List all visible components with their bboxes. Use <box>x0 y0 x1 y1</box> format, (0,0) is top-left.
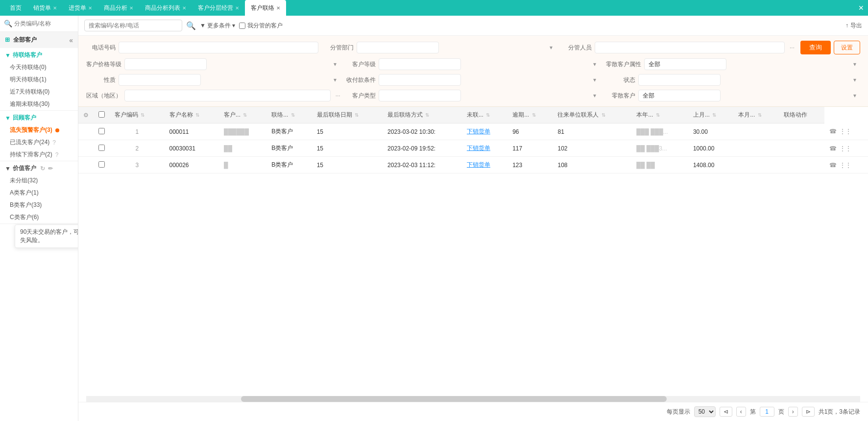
tab-purchase[interactable]: 进货单 ✕ <box>63 0 98 16</box>
page-number-input[interactable] <box>760 407 774 417</box>
sort-icon[interactable]: ⇅ <box>532 112 536 118</box>
page-size-select[interactable]: 50 <box>694 406 716 417</box>
scrollbar-thumb[interactable] <box>241 396 667 402</box>
sidebar-item-7days[interactable]: 近7天待联络(0) <box>0 86 78 98</box>
sidebar-item-churned[interactable]: 已流失客户(24) ? <box>0 136 78 149</box>
row-checkbox[interactable] <box>98 145 105 151</box>
my-customers-checkbox-label[interactable]: 我分管的客户 <box>239 22 283 30</box>
row-this-year: 1000.00 <box>688 140 733 157</box>
last-page-button[interactable]: ⊳ <box>802 407 815 417</box>
horizontal-scrollbar[interactable] <box>86 396 860 402</box>
next-page-button[interactable]: › <box>788 407 798 417</box>
sort-icon[interactable]: ⇅ <box>656 112 660 118</box>
sidebar-item-overdue[interactable]: 逾期未联络(30) <box>0 98 78 110</box>
sidebar-item-c-class[interactable]: C类客户(6) <box>0 211 78 223</box>
query-button[interactable]: 查询 <box>800 41 831 54</box>
sidebar-search-input[interactable] <box>14 20 78 27</box>
zero-attr-select[interactable] <box>644 58 726 70</box>
window-close-button[interactable]: ✕ <box>858 4 864 12</box>
my-customers-checkbox[interactable] <box>239 23 245 29</box>
gender-select[interactable] <box>119 74 201 86</box>
sort-icon[interactable]: ⇅ <box>141 112 145 118</box>
phone-input[interactable] <box>119 42 318 53</box>
payment-select[interactable] <box>379 74 461 86</box>
sidebar-item-a-class[interactable]: A类客户(1) <box>0 187 78 199</box>
col-settings[interactable]: ⚙ <box>78 107 94 124</box>
settings-button[interactable]: 设置 <box>834 41 860 54</box>
adv-filter-row-2: 客户价格等级 ▾ 客户等级 ▾ 零散客户属性 <box>86 58 860 70</box>
export-button[interactable]: ↑ 导出 <box>845 22 862 30</box>
row-checkbox[interactable] <box>98 161 105 168</box>
sort-icon[interactable]: ⇅ <box>712 112 716 118</box>
row-last-contact-date: 2023-02-09 19:52: <box>383 140 462 157</box>
row-checkbox[interactable] <box>98 128 105 134</box>
close-icon[interactable]: ✕ <box>53 5 57 11</box>
sort-icon[interactable]: ⇅ <box>195 112 199 118</box>
more-action-icon[interactable]: ⋮⋮ <box>840 162 851 169</box>
sidebar-item-today[interactable]: 今天待联络(0) <box>0 61 78 74</box>
filter-bar-right: ↑ 导出 <box>845 22 862 30</box>
more-icon[interactable]: ··· <box>790 44 795 51</box>
prev-page-button[interactable]: ‹ <box>736 407 746 417</box>
tab-sales[interactable]: 销货单 ✕ <box>27 0 63 16</box>
customer-level-select[interactable] <box>379 58 461 70</box>
edit-icon[interactable]: ✏ <box>48 165 53 172</box>
row-actions[interactable]: ☎ ⋮⋮ <box>824 157 868 173</box>
sort-icon[interactable]: ⇅ <box>758 112 762 118</box>
sort-icon[interactable]: ⇅ <box>602 112 605 118</box>
row-actions[interactable]: ☎ ⋮⋮ <box>824 140 868 157</box>
dept-select[interactable] <box>357 42 439 53</box>
select-all-checkbox[interactable] <box>98 111 105 118</box>
close-icon[interactable]: ✕ <box>276 5 280 11</box>
contact-icon[interactable]: ☎ <box>829 162 837 169</box>
person-input[interactable] <box>595 42 785 53</box>
contact-icon[interactable]: ☎ <box>829 128 837 135</box>
refresh-icon[interactable]: ↻ <box>40 165 45 172</box>
sidebar-item-b-class[interactable]: B类客户(33) <box>0 199 78 211</box>
status-select-wrapper: ▾ <box>638 74 860 86</box>
row-last-contact-method[interactable]: 下销货单 <box>462 140 507 157</box>
close-icon[interactable]: ✕ <box>182 5 186 11</box>
sidebar-collapse-button[interactable]: « <box>69 36 73 44</box>
tab-product-analysis[interactable]: 商品分析 ✕ <box>98 0 139 16</box>
row-last-month <box>733 124 778 140</box>
tab-home[interactable]: 首页 <box>4 0 27 16</box>
sort-icon[interactable]: ⇅ <box>243 112 247 118</box>
sidebar-item-churn-warning[interactable]: 流失预警客户(3) <box>0 124 78 136</box>
zero-customer-select[interactable] <box>638 90 721 101</box>
area-input[interactable] <box>124 90 331 101</box>
sidebar-item-declining[interactable]: 持续下滑客户(2) ? <box>0 149 78 161</box>
sort-icon[interactable]: ⇅ <box>486 112 490 118</box>
sidebar-item-tomorrow[interactable]: 明天待联络(1) <box>0 74 78 86</box>
sort-icon[interactable]: ⇅ <box>355 112 359 118</box>
chevron-down-icon: ▾ <box>853 76 856 83</box>
area-more-icon[interactable]: ··· <box>336 92 340 99</box>
sort-icon[interactable]: ⇅ <box>291 112 295 118</box>
close-icon[interactable]: ✕ <box>235 5 239 11</box>
status-select[interactable] <box>638 74 721 86</box>
close-icon[interactable]: ✕ <box>88 5 92 11</box>
search-button[interactable]: 🔍 <box>186 21 196 30</box>
row-last-contact-method[interactable]: 下销货单 <box>462 157 507 173</box>
first-page-button[interactable]: ⊲ <box>720 407 732 417</box>
close-icon[interactable]: ✕ <box>129 5 133 11</box>
tab-customer-contact[interactable]: 客户联络 ✕ <box>245 0 286 16</box>
sidebar: 🔍 ⊞ 全部客户 « ▼ 待联络客户 今天待联络(0) 明天待联络(1) 近7天… <box>0 16 78 421</box>
more-conditions-button[interactable]: ▼ 更多条件 ▾ <box>200 22 235 30</box>
sidebar-group-label-pending[interactable]: ▼ 待联络客户 <box>0 48 78 61</box>
customer-type-select[interactable] <box>379 90 461 101</box>
contact-icon[interactable]: ☎ <box>829 145 837 152</box>
search-input[interactable] <box>84 20 182 31</box>
tab-product-analysis-list[interactable]: 商品分析列表 ✕ <box>139 0 192 16</box>
more-action-icon[interactable]: ⋮⋮ <box>840 128 851 135</box>
sidebar-group-label-value[interactable]: ▼ 价值客户 ↻ ✏ <box>0 161 78 174</box>
row-last-contact-method[interactable]: 下销货单 <box>462 124 507 140</box>
price-level-select[interactable] <box>124 58 207 70</box>
sidebar-group-label-review[interactable]: ▼ 回顾客户 <box>0 111 78 124</box>
more-action-icon[interactable]: ⋮⋮ <box>840 145 851 152</box>
sidebar-item-ungroup[interactable]: 未分组(32) <box>0 174 78 187</box>
sort-icon[interactable]: ⇅ <box>425 112 429 118</box>
tab-customer-segment[interactable]: 客户分层经营 ✕ <box>192 0 245 16</box>
row-actions[interactable]: ☎ ⋮⋮ <box>824 124 868 140</box>
zero-attr-label: 零散客户属性 <box>606 60 641 69</box>
